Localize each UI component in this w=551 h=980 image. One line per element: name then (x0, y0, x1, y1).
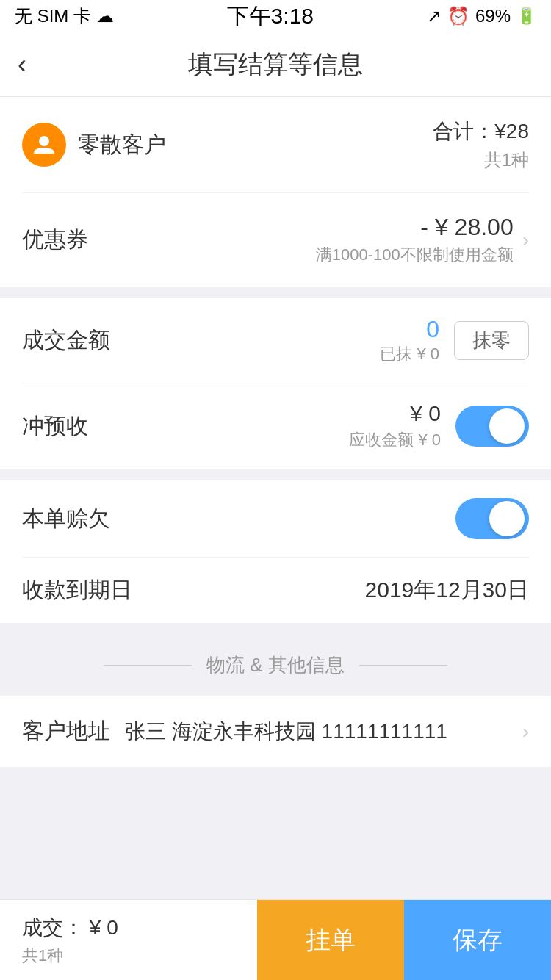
logistics-header: 物流 & 其他信息 (0, 635, 551, 696)
prepayment-label: 冲预收 (22, 411, 88, 442)
credit-toggle-knob (489, 501, 525, 536)
coupon-desc: 满1000-100不限制使用金额 (316, 244, 514, 266)
sim-status: 无 SIM 卡 ☁ (15, 4, 114, 28)
status-right: ↗ ⏰ 69% 🔋 (427, 6, 536, 26)
content-area: 零散客户 合计：¥28 共1种 优惠券 - ¥ 28.00 满1000-100不… (0, 97, 551, 860)
customer-right: 合计：¥28 共1种 (433, 118, 529, 172)
customer-name: 零散客户 (78, 130, 166, 160)
due-date-row: 收款到期日 2019年12月30日 (0, 558, 551, 623)
transaction-amount-row: 成交金额 0 已抹 ¥ 0 抹零 (0, 298, 551, 383)
customer-left: 零散客户 (22, 123, 166, 167)
due-date-value: 2019年12月30日 (365, 575, 529, 605)
transaction-amount-value: 0 (380, 316, 439, 343)
svg-point-0 (39, 136, 49, 146)
already-rounded: 已抹 ¥ 0 (380, 343, 439, 365)
transaction-section: 成交金额 0 已抹 ¥ 0 抹零 冲预收 ¥ 0 应收金额 ¥ 0 (0, 298, 551, 469)
prepayment-receivable: 应收金额 ¥ 0 (349, 429, 441, 451)
customer-total: 合计：¥28 (433, 118, 529, 145)
coupon-label: 优惠券 (22, 225, 88, 255)
coupon-right-col: - ¥ 28.00 满1000-100不限制使用金额 (316, 214, 514, 266)
address-section: 客户地址 张三 海淀永丰科技园 11111111111 › (0, 696, 551, 767)
address-row[interactable]: 客户地址 张三 海淀永丰科技园 11111111111 › (0, 696, 551, 767)
alarm-icon: ⏰ (447, 6, 469, 26)
prepayment-amount: ¥ 0 (349, 401, 441, 426)
credit-debt-right (455, 498, 529, 539)
transaction-amount-label: 成交金额 (22, 325, 110, 356)
credit-section: 本单赊欠 收款到期日 2019年12月30日 (0, 480, 551, 623)
bottom-deal-count: 共1种 (22, 945, 235, 967)
bottom-summary: 成交： ¥ 0 共1种 (0, 914, 257, 967)
prepayment-toggle[interactable] (455, 406, 529, 447)
transaction-amount-right: 0 已抹 ¥ 0 抹零 (380, 316, 529, 365)
credit-debt-toggle[interactable] (455, 498, 529, 539)
prepayment-row: 冲预收 ¥ 0 应收金额 ¥ 0 (0, 383, 551, 469)
status-time: 下午3:18 (227, 1, 314, 32)
back-button[interactable]: ‹ (18, 49, 26, 80)
prepayment-right-col: ¥ 0 应收金额 ¥ 0 (349, 401, 441, 451)
coupon-row[interactable]: 优惠券 - ¥ 28.00 满1000-100不限制使用金额 › (0, 193, 551, 287)
hold-order-button[interactable]: 挂单 (257, 900, 404, 981)
nav-bar: ‹ 填写结算等信息 (0, 32, 551, 97)
coupon-right: - ¥ 28.00 满1000-100不限制使用金额 › (316, 214, 529, 266)
customer-section: 零散客户 合计：¥28 共1种 优惠券 - ¥ 28.00 满1000-100不… (0, 97, 551, 287)
chevron-right-icon: › (522, 228, 529, 252)
address-value: 张三 海淀永丰科技园 11111111111 (125, 718, 522, 746)
battery-level: 69% (475, 6, 511, 26)
save-button[interactable]: 保存 (404, 900, 551, 981)
customer-count: 共1种 (433, 148, 529, 172)
bottom-deal-amount: 成交： ¥ 0 (22, 914, 235, 942)
logistics-title: 物流 & 其他信息 (206, 652, 345, 678)
credit-debt-label: 本单赊欠 (22, 504, 110, 534)
address-label: 客户地址 (22, 716, 110, 746)
credit-debt-row: 本单赊欠 (0, 480, 551, 557)
logistics-header-text: 物流 & 其他信息 (18, 652, 533, 678)
page-title: 填写结算等信息 (188, 48, 363, 82)
status-left: 无 SIM 卡 ☁ (15, 4, 114, 28)
customer-row: 零散客户 合计：¥28 共1种 (0, 97, 551, 192)
location-icon: ↗ (427, 6, 442, 26)
bottom-bar: 成交： ¥ 0 共1种 挂单 保存 (0, 899, 551, 980)
coupon-amount: - ¥ 28.00 (316, 214, 514, 241)
address-chevron-icon: › (522, 720, 529, 743)
prepayment-right: ¥ 0 应收金额 ¥ 0 (349, 401, 529, 451)
due-date-label: 收款到期日 (22, 575, 132, 605)
toggle-knob (489, 408, 525, 444)
customer-avatar (22, 123, 66, 167)
battery-icon: 🔋 (516, 7, 536, 26)
round-zero-button[interactable]: 抹零 (454, 321, 529, 360)
status-bar: 无 SIM 卡 ☁ 下午3:18 ↗ ⏰ 69% 🔋 (0, 0, 551, 32)
